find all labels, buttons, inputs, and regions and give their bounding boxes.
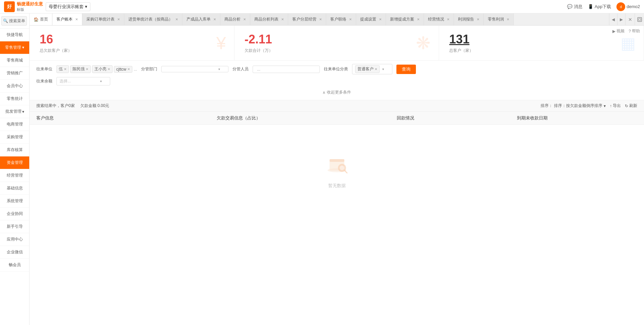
sidebar-item-enterprise[interactable]: 企业协同	[0, 208, 29, 220]
sidebar-item-retail[interactable]: 零售管理 ▾	[0, 41, 29, 54]
app-download-button[interactable]: 📱 App下载	[588, 4, 611, 10]
tab-close-customer-contact[interactable]: ✕	[349, 17, 352, 21]
stat-deco-building-icon: ▦	[620, 34, 636, 52]
staff-dots[interactable]: ...	[257, 67, 260, 72]
sidebar-item-operations[interactable]: 经营管理	[0, 169, 29, 182]
tab-close-customer-tier[interactable]: ✕	[319, 17, 322, 21]
sidebar-item-purchase[interactable]: 采购管理	[0, 131, 29, 144]
video-link[interactable]: ▶ 视频	[612, 28, 625, 34]
sidebar-item-system[interactable]: 系统管理	[0, 195, 29, 208]
dept-select[interactable]: ▾	[161, 66, 228, 72]
stat-block-customers: ¥ 16 总欠款客户（家）	[30, 26, 234, 60]
tab-retail-profit[interactable]: 零售利润 ✕	[484, 13, 514, 26]
tab-close-commission-settings[interactable]: ✕	[379, 17, 382, 21]
sidebar-item-quick-nav[interactable]: 快捷导航	[0, 29, 29, 41]
filter-tag-wang[interactable]: 王小亮 ✕	[92, 65, 113, 73]
tag-close-chen[interactable]: ✕	[86, 67, 88, 71]
org-selector[interactable]: 母婴行业演示账套 ▾	[46, 2, 90, 11]
svg-rect-0	[638, 17, 642, 22]
tab-close-all-button[interactable]: ✕	[625, 13, 635, 26]
tab-customer-contact[interactable]: 客户联络 ✕	[326, 13, 356, 26]
tab-close-goods-stats[interactable]: ✕	[175, 17, 178, 21]
sidebar-item-marketing[interactable]: 营销推广	[0, 67, 29, 80]
tag-close-wu[interactable]: ✕	[64, 67, 67, 71]
svg-rect-4	[330, 159, 344, 162]
sidebar-item-retail-mall[interactable]: 零售商城	[0, 54, 29, 67]
tab-operations[interactable]: 经营情况 ✕	[424, 13, 454, 26]
col-debt-info: 欠款交易信息（占比）	[217, 115, 397, 121]
user-avatar[interactable]: d demo2	[616, 2, 640, 11]
tab-close-goods-analysis[interactable]: ✕	[243, 17, 246, 21]
page-content: ¥ 16 总欠款客户（家） ❋ -2.11 欠款合计（万） ▦	[30, 26, 644, 325]
sidebar-item-member[interactable]: 会员中心	[0, 80, 29, 93]
sidebar-item-member2[interactable]: 畅会员	[0, 259, 29, 272]
collapse-button[interactable]: ∧ 收起更多条件	[36, 88, 637, 97]
balance-label: 往来余额	[36, 78, 52, 84]
empty-state: 暂无数据	[30, 125, 644, 216]
tab-close-add-commission[interactable]: ✕	[417, 17, 420, 21]
result-bar-right: 排序： 排序：按欠款金额倒序排序 ▾ ↑ 导出 ↻ 刷新	[541, 103, 637, 109]
search-icon: 🔍	[3, 19, 8, 23]
sidebar-item-retail-stats[interactable]: 零售统计	[0, 93, 29, 105]
tab-add-commission[interactable]: 新增提成方案 ✕	[386, 13, 424, 26]
sidebar-item-ecommerce[interactable]: 电商管理	[0, 118, 29, 131]
chevron-down-icon: ▾	[85, 4, 87, 9]
export-button[interactable]: ↑ 导出	[610, 103, 621, 109]
tab-next-button[interactable]: ▶	[617, 13, 625, 26]
filter-tag-cjttcw[interactable]: cjttcw ✕	[114, 66, 132, 73]
sidebar-item-wechat[interactable]: 企业微信	[0, 246, 29, 259]
result-bar: 搜索结果中，客户0家 欠款金额 0.00元 排序： 排序：按欠款金额倒序排序 ▾…	[30, 100, 644, 112]
tab-close-customer-book[interactable]: ✕	[75, 17, 78, 21]
search-menu-button[interactable]: 🔍 搜索菜单	[1, 16, 27, 26]
staff-label: 分管人员	[232, 66, 249, 72]
sidebar-item-app-center[interactable]: 应用中心	[0, 233, 29, 246]
unit-type-select[interactable]: 普通客户 ✕ ▾	[352, 64, 392, 74]
sort-select[interactable]: 排序： 排序：按欠款金额倒序排序 ▾	[541, 103, 606, 109]
filter-tag-normal-customer[interactable]: 普通客户 ✕	[355, 65, 380, 73]
refresh-button[interactable]: ↻ 刷新	[625, 103, 637, 109]
filter-tag-chen[interactable]: 陈民强 ✕	[70, 65, 91, 73]
tab-close-retail-profit[interactable]: ✕	[507, 17, 509, 21]
staff-select[interactable]: ...	[253, 66, 320, 73]
tab-close-operations[interactable]: ✕	[447, 17, 449, 21]
query-button[interactable]: 查询	[396, 65, 416, 74]
tab-purchase-order[interactable]: 采购订单统计表 ✕	[82, 13, 124, 26]
stat-value-debt: -2.11	[245, 32, 273, 46]
filter-more-tags[interactable]: ...	[134, 67, 137, 72]
tab-commission-settings[interactable]: 提成设置 ✕	[356, 13, 386, 26]
tag-close-normal-customer[interactable]: ✕	[375, 67, 377, 71]
sidebar-item-inventory[interactable]: 库存核算	[0, 144, 29, 156]
tab-close-profit-report[interactable]: ✕	[477, 17, 479, 21]
tab-close-purchase-order[interactable]: ✕	[117, 17, 120, 21]
message-icon: 💬	[567, 4, 572, 9]
tag-close-wang[interactable]: ✕	[108, 67, 110, 71]
sidebar-item-newbie[interactable]: 新手引导	[0, 220, 29, 233]
tab-customer-tier[interactable]: 客户分层经营 ✕	[288, 13, 326, 26]
tab-home[interactable]: 🏠 首页	[30, 13, 52, 26]
balance-select[interactable]: 选择... ▾	[56, 77, 110, 85]
svg-point-6	[340, 166, 344, 170]
tab-goods-stats[interactable]: 进货单统计表（按商品） ✕	[124, 13, 182, 26]
tab-production[interactable]: 产成品入库单 ✕	[182, 13, 220, 26]
tab-goods-list[interactable]: 商品分析列表 ✕	[250, 13, 288, 26]
sidebar-item-finance[interactable]: 资金管理	[0, 156, 29, 169]
tab-close-production[interactable]: ✕	[213, 17, 216, 21]
tab-prev-button[interactable]: ◀	[609, 13, 617, 26]
help-link[interactable]: ? 帮助	[629, 28, 640, 34]
stat-value-total: 131	[449, 32, 473, 46]
message-button[interactable]: 💬 消息	[567, 4, 583, 10]
filter-tag-wu[interactable]: 伍 ✕	[56, 65, 69, 73]
tab-maximize-button[interactable]	[635, 13, 644, 26]
sidebar-item-wholesale[interactable]: 批发管理 ▾	[0, 105, 29, 118]
stat-deco-yuan-icon: ¥	[216, 33, 226, 53]
svg-rect-1	[639, 19, 641, 21]
tab-customer-book[interactable]: 客户账本 ✕	[52, 13, 82, 26]
empty-icon	[324, 152, 350, 179]
tab-close-goods-list[interactable]: ✕	[281, 17, 284, 21]
logo-area: 好 畅捷通好生意 标版	[4, 1, 43, 12]
tab-goods-analysis[interactable]: 商品分析 ✕	[220, 13, 250, 26]
tag-close-cjttcw[interactable]: ✕	[127, 67, 130, 71]
sidebar-item-basic-info[interactable]: 基础信息	[0, 182, 29, 195]
unit-type-label: 往来单位分类	[324, 66, 348, 72]
tab-profit-report[interactable]: 利润报告 ✕	[454, 13, 484, 26]
